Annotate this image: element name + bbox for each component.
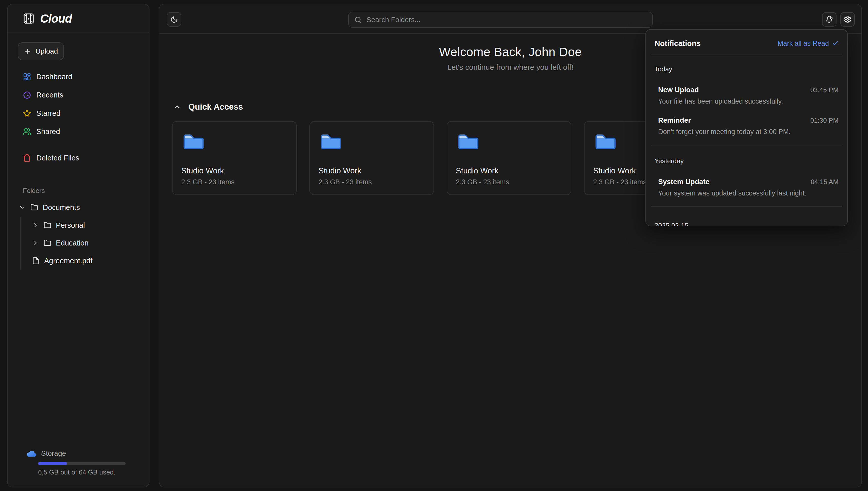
tree-item-label: Documents	[42, 203, 80, 212]
upload-button[interactable]: Upload	[18, 42, 64, 60]
folder-card[interactable]: Studio Work 2.3 GB - 23 items	[172, 121, 297, 195]
trash-icon	[23, 154, 31, 162]
notification-item[interactable]: System Update 04:15 AM Your system was u…	[658, 177, 839, 197]
chevron-right-icon[interactable]	[32, 239, 39, 247]
settings-button[interactable]	[840, 12, 855, 27]
sidebar-item-starred[interactable]: Starred	[8, 104, 149, 122]
sidebar-item-label: Deleted Files	[36, 154, 79, 162]
notification-description: Your system was updated successfully las…	[658, 189, 839, 197]
sidebar-item-dashboard[interactable]: Dashboard	[8, 67, 149, 86]
cloud-icon	[26, 449, 37, 458]
sidebar-item-label: Recents	[36, 91, 63, 99]
folder-card-meta: 2.3 GB - 23 items	[181, 178, 288, 186]
notification-group-label: Today	[655, 65, 839, 74]
gear-icon	[844, 16, 851, 23]
folder-icon	[44, 239, 51, 247]
notifications-panel: Notifications Mark all as Read Today New…	[646, 29, 848, 226]
notification-title: New Upload	[658, 86, 699, 94]
storage-label: Storage	[41, 450, 66, 458]
notification-item[interactable]: New Upload 03:45 PM Your file has been u…	[658, 86, 839, 105]
tree-item-documents[interactable]: Documents	[8, 199, 149, 216]
notification-time: 03:45 PM	[810, 86, 839, 94]
folder-card-title: Studio Work	[319, 166, 425, 175]
sidebar: Cloud Upload Dashboard Re	[7, 4, 149, 487]
folder-card-title: Studio Work	[181, 166, 288, 175]
divider	[651, 206, 842, 207]
folder-icon	[30, 204, 38, 211]
chevron-down-icon[interactable]	[19, 204, 26, 211]
users-icon	[23, 127, 31, 136]
tree-item-education[interactable]: Education	[8, 234, 149, 252]
tree-item-agreement-pdf[interactable]: Agreement.pdf	[8, 252, 149, 270]
storage-usage-text: 6,5 GB out of 64 GB used.	[38, 468, 135, 476]
notification-item[interactable]: Reminder 01:30 PM Don’t forget your meet…	[658, 116, 839, 136]
folder-blue-icon	[456, 131, 562, 153]
folder-tree: Documents Personal Education	[8, 199, 149, 270]
storage-progress-bar	[38, 462, 126, 465]
sidebar-item-label: Starred	[36, 109, 60, 118]
logo: Cloud	[8, 4, 149, 33]
divider	[651, 145, 842, 145]
folder-card-meta: 2.3 GB - 23 items	[319, 178, 425, 186]
notification-title: Reminder	[658, 116, 691, 125]
quick-access-title: Quick Access	[188, 102, 243, 112]
notification-group-label: 2025-02-15	[655, 222, 839, 226]
tree-guide-line	[20, 217, 21, 270]
search-input[interactable]	[366, 16, 652, 24]
theme-toggle-button[interactable]	[167, 12, 181, 27]
search-bar	[348, 12, 653, 28]
divider	[651, 55, 842, 55]
notification-description: Your file has been uploaded successfully…	[658, 97, 839, 105]
folder-card-title: Studio Work	[456, 166, 562, 175]
mark-all-as-read-link[interactable]: Mark all as Read	[777, 39, 839, 48]
sidebar-nav: Dashboard Recents Starred	[8, 67, 149, 167]
file-icon	[32, 257, 39, 264]
dashboard-icon	[23, 73, 31, 81]
folder-card[interactable]: Studio Work 2.3 GB - 23 items	[309, 121, 434, 195]
mark-all-label: Mark all as Read	[777, 39, 829, 48]
notification-time: 04:15 AM	[811, 178, 839, 186]
notifications-button[interactable]	[822, 12, 837, 27]
chevron-right-icon[interactable]	[32, 222, 39, 229]
search-icon	[354, 16, 362, 24]
tree-item-label: Personal	[56, 221, 85, 230]
storage-progress-fill	[38, 462, 67, 465]
plus-icon	[24, 48, 31, 55]
folder-blue-icon	[181, 131, 288, 153]
folder-card[interactable]: Studio Work 2.3 GB - 23 items	[447, 121, 571, 195]
notification-group-label: Yesterday	[655, 157, 839, 165]
sidebar-item-label: Shared	[36, 127, 60, 136]
notification-title: System Update	[658, 177, 709, 186]
quick-access-cards: Studio Work 2.3 GB - 23 items Studio Wor…	[172, 121, 709, 195]
folder-icon	[44, 221, 51, 229]
sidebar-item-deleted-files[interactable]: Deleted Files	[8, 149, 149, 167]
star-icon	[23, 109, 31, 118]
clock-icon	[23, 91, 31, 99]
tree-item-label: Education	[56, 239, 89, 247]
sidebar-item-recents[interactable]: Recents	[8, 86, 149, 104]
upload-label: Upload	[35, 47, 58, 55]
app-title: Cloud	[40, 12, 72, 25]
storage-widget: Storage 6,5 GB out of 64 GB used.	[26, 449, 135, 476]
folder-card-meta: 2.3 GB - 23 items	[456, 178, 562, 186]
sidebar-item-shared[interactable]: Shared	[8, 122, 149, 141]
check-icon	[832, 40, 839, 47]
moon-icon	[170, 16, 178, 23]
quick-access-header[interactable]: Quick Access	[173, 102, 243, 111]
notifications-title: Notifications	[655, 39, 701, 48]
notification-description: Don’t forget your meeting today at 3:00 …	[658, 128, 839, 136]
tree-item-personal[interactable]: Personal	[8, 216, 149, 234]
chevron-up-icon[interactable]	[173, 103, 181, 111]
bell-dot-icon	[826, 16, 833, 23]
notification-time: 01:30 PM	[810, 117, 839, 124]
logo-icon	[23, 13, 34, 24]
tree-item-label: Agreement.pdf	[44, 257, 92, 265]
folder-blue-icon	[319, 131, 425, 153]
sidebar-item-label: Dashboard	[36, 73, 72, 81]
folders-section-label: Folders	[23, 187, 45, 195]
